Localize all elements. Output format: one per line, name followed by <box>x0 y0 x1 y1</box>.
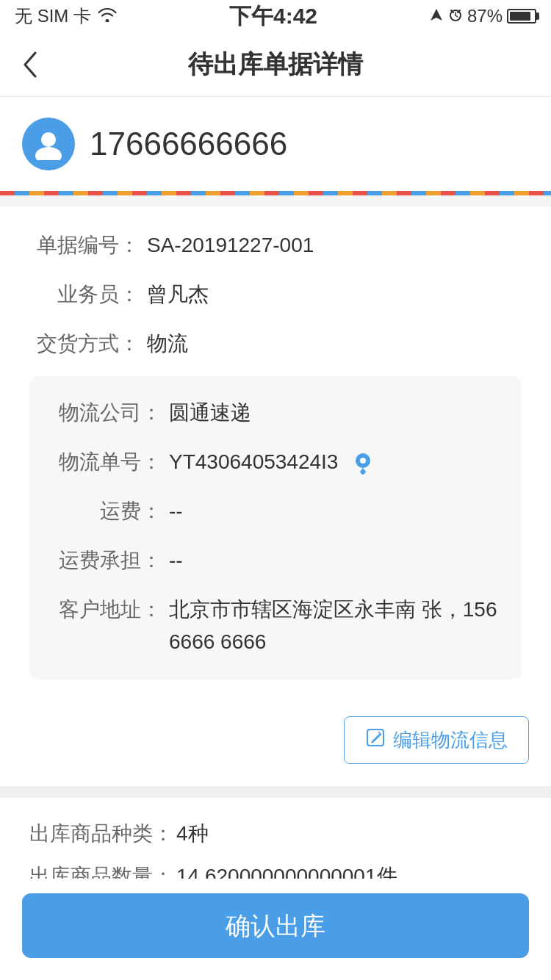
freight-value: -- <box>169 495 500 528</box>
doc-num-label: 单据编号： <box>29 229 140 262</box>
nav-bar: 待出库单据详情 <box>0 32 551 97</box>
confirm-btn-wrap: 确认出库 <box>0 879 551 980</box>
page-title: 待出库单据详情 <box>188 48 363 82</box>
tracking-num-row: 物流单号： YT43064053424I3 <box>51 446 500 479</box>
freight-label: 运费： <box>51 495 162 528</box>
battery-percentage: 87% <box>467 6 503 26</box>
address-row: 客户地址： 北京市市辖区海淀区永丰南 张，156 6666 6666 <box>51 594 500 660</box>
freight-bearer-label: 运费承担： <box>51 544 162 577</box>
edit-logistics-btn-wrap: 编辑物流信息 <box>0 702 551 786</box>
user-header: 17666666666 <box>0 97 551 191</box>
address-value: 北京市市辖区海淀区永丰南 张，156 6666 6666 <box>169 594 500 660</box>
svg-point-2 <box>35 147 62 160</box>
address-label: 客户地址： <box>51 594 162 627</box>
svg-point-1 <box>41 132 56 147</box>
logistics-card: 物流公司： 圆通速递 物流单号： YT43064053424I3 <box>29 376 522 680</box>
delivery-method-row: 交货方式： 物流 <box>29 328 522 361</box>
user-phone: 17666666666 <box>90 126 287 162</box>
tracking-num-value: YT43064053424I3 <box>169 446 500 479</box>
goods-types-label: 出库商品种类： <box>29 820 176 848</box>
edit-logistics-label: 编辑物流信息 <box>393 727 508 753</box>
freight-row: 运费： -- <box>51 495 500 528</box>
carrier-label: 无 SIM 卡 <box>15 4 91 28</box>
tracking-num-label: 物流单号： <box>51 446 162 479</box>
goods-types-value: 4种 <box>176 820 209 848</box>
edit-icon <box>365 727 386 753</box>
back-button[interactable] <box>21 50 38 79</box>
logistics-company-label: 物流公司： <box>51 397 162 430</box>
section-divider <box>0 786 551 798</box>
doc-num-row: 单据编号： SA-20191227-001 <box>29 229 522 262</box>
confirm-outbound-button[interactable]: 确认出库 <box>22 893 529 958</box>
dashed-divider <box>0 191 551 195</box>
delivery-method-label: 交货方式： <box>29 328 140 361</box>
status-bar: 无 SIM 卡 下午4:42 <box>0 0 551 32</box>
goods-types-row: 出库商品种类： 4种 <box>29 820 522 848</box>
freight-bearer-row: 运费承担： -- <box>51 544 500 577</box>
salesman-row: 业务员： 曾凡杰 <box>29 278 522 311</box>
battery-icon <box>507 9 536 24</box>
salesman-value: 曾凡杰 <box>147 278 522 311</box>
logistics-company-row: 物流公司： 圆通速递 <box>51 397 500 430</box>
location-icon[interactable] <box>348 448 378 478</box>
edit-logistics-button[interactable]: 编辑物流信息 <box>344 716 529 764</box>
status-time: 下午4:42 <box>229 1 317 32</box>
freight-bearer-value: -- <box>169 544 500 577</box>
salesman-label: 业务员： <box>29 278 140 311</box>
doc-num-value: SA-20191227-001 <box>147 229 522 262</box>
alarm-icon <box>448 6 463 26</box>
status-left: 无 SIM 卡 <box>15 4 118 28</box>
document-info-section: 单据编号： SA-20191227-001 业务员： 曾凡杰 交货方式： 物流 … <box>0 207 551 702</box>
logistics-company-value: 圆通速递 <box>169 397 500 430</box>
status-right: 87% <box>429 6 536 26</box>
svg-point-4 <box>360 458 366 464</box>
avatar <box>22 118 75 170</box>
wifi-icon <box>97 6 118 26</box>
location-arrow-icon <box>429 6 444 26</box>
delivery-method-value: 物流 <box>147 328 522 361</box>
